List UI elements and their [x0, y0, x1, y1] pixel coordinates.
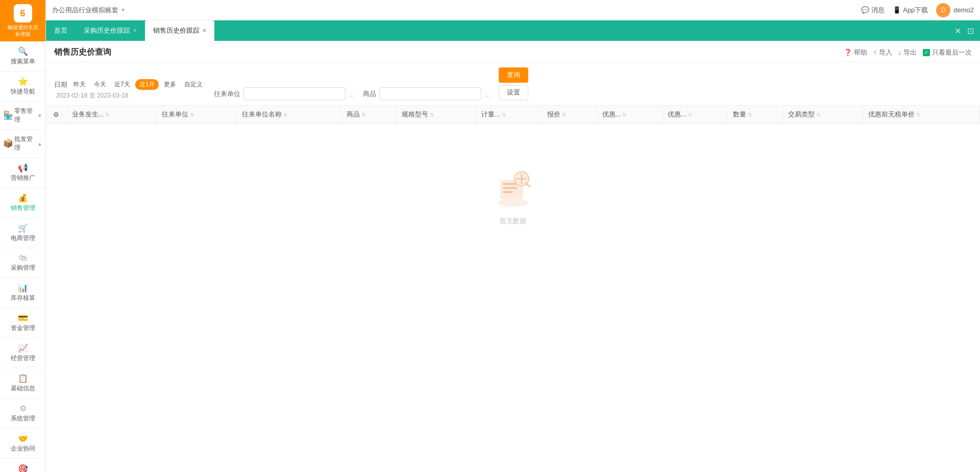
sidebar-item-label: 搜索菜单 [11, 57, 35, 66]
sidebar-item-operation[interactable]: 📈 经营管理 [0, 338, 45, 368]
sidebar-item-wholesale[interactable]: 📦 批发管理 ▲ [0, 130, 45, 158]
table-col-pretax-price[interactable]: 优惠前无税单价 ⇅ [863, 106, 979, 124]
app-logo[interactable]: 6 畅捷通好生意 标准版 [0, 0, 45, 41]
table-col-product[interactable]: 商品 ⇅ [341, 106, 396, 124]
main-area: 办公用品行业模拟账套 ▼ 💬 消息 📱 App下载 D demo2 首页 [46, 0, 980, 472]
date-tabs: 昨天 今天 近7天 近1月 更多 自定义 [70, 79, 206, 90]
date-tab-7days[interactable]: 近7天 [111, 79, 133, 90]
sidebar-item-quick-nav[interactable]: ⭐ 快捷导航 [0, 72, 45, 102]
sidebar-item-label: 采购管理 [11, 264, 35, 272]
empty-state: 暂无数据 [46, 124, 980, 267]
sidebar-item-sales-mgmt[interactable]: 💰 销售管理 [0, 188, 45, 218]
table-col-quantity[interactable]: 数量 ⇅ [728, 106, 783, 124]
top-bar-right: 💬 消息 📱 App下载 D demo2 [861, 3, 974, 17]
svg-line-8 [526, 183, 530, 187]
svg-rect-4 [503, 191, 513, 193]
tab-bar-actions: ✕ ⊡ [952, 24, 980, 38]
sidebar-item-basic-info[interactable]: 📋 基础信息 [0, 368, 45, 398]
message-button[interactable]: 💬 消息 [861, 6, 885, 15]
table-col-partner-name[interactable]: 往来单位名称 ⇅ [236, 106, 341, 124]
customer-filter-group: 往来单位 ... [214, 87, 355, 100]
content-area: 销售历史价查询 ❓ 帮助 ↑ 导入 ↓ 导出 ✓ 只看最后一次 [46, 41, 980, 472]
tab-bar: 首页 采购历史价跟踪 × 销售历史价跟踪 × ✕ ⊡ [46, 20, 980, 41]
message-icon: 💬 [861, 6, 869, 14]
customer-input[interactable] [243, 87, 346, 100]
tab-close-purchase[interactable]: × [133, 27, 137, 34]
sidebar-item-enterprise[interactable]: 🤝 企业协同 [0, 429, 45, 459]
purchase-icon: 🛍 [19, 253, 27, 263]
top-bar-left: 办公用品行业模拟账套 ▼ [52, 6, 126, 15]
export-icon: ↓ [898, 49, 902, 56]
page-header-actions: ❓ 帮助 ↑ 导入 ↓ 导出 ✓ 只看最后一次 [844, 48, 972, 57]
sidebar-item-label: 零售管理 [14, 107, 36, 124]
sidebar-item-finance[interactable]: 💳 资金管理 [0, 308, 45, 338]
page-header: 销售历史价查询 ❓ 帮助 ↑ 导入 ↓ 导出 ✓ 只看最后一次 [46, 41, 980, 62]
sidebar-item-label: 基础信息 [11, 384, 35, 393]
table-col-trade-type[interactable]: 交易类型 ⇅ [783, 106, 863, 124]
tab-purchase-history[interactable]: 采购历史价跟踪 × [76, 20, 145, 41]
sidebar-item-purchase[interactable]: 🛍 采购管理 [0, 248, 45, 278]
date-tab-yesterday[interactable]: 昨天 [70, 79, 89, 90]
table-col-partner-code[interactable]: 往来单位 ⇅ [157, 106, 237, 124]
product-label: 商品 [363, 89, 376, 99]
sort-icon: ⇅ [748, 112, 752, 117]
sidebar-item-inventory[interactable]: 📊 库存核算 [0, 278, 45, 308]
logo-text: 畅捷通好生意 标准版 [8, 24, 38, 37]
customer-dots-button[interactable]: ... [349, 90, 355, 98]
user-menu[interactable]: D demo2 [936, 3, 974, 17]
table-col-price[interactable]: 报价 ⇅ [542, 106, 597, 124]
sidebar-item-ecom[interactable]: 🛒 电商管理 [0, 218, 45, 248]
phone-icon: 📱 [893, 6, 901, 14]
table-col-gear[interactable]: ⚙ [46, 106, 66, 124]
ecom-icon: 🛒 [18, 223, 28, 233]
date-range-group: 日期 昨天 今天 近7天 近1月 更多 自定义 2023-02-18 至 202… [54, 79, 206, 100]
tab-sales-history[interactable]: 销售历史价跟踪 × [145, 20, 214, 41]
sidebar: 6 畅捷通好生意 标准版 🔍 搜索菜单 ⭐ 快捷导航 🏪 零售管理 ▼ 📦 批发… [0, 0, 46, 472]
query-actions: 查询 设置 [499, 67, 528, 100]
table-col-discount-rate[interactable]: 优惠... ⇅ [597, 106, 662, 124]
import-icon: ↑ [873, 49, 877, 56]
date-tab-today[interactable]: 今天 [91, 79, 109, 90]
user-name: demo2 [953, 6, 974, 14]
close-window-button[interactable]: ✕ [952, 24, 963, 38]
company-selector[interactable]: 办公用品行业模拟账套 ▼ [52, 6, 126, 15]
system-icon: ⚙ [19, 404, 27, 413]
sort-icon: ⇅ [816, 112, 820, 117]
sidebar-item-system[interactable]: ⚙ 系统管理 [0, 398, 45, 429]
table-col-unit[interactable]: 计量... ⇅ [476, 106, 542, 124]
sort-icon: ⇅ [190, 112, 194, 117]
sidebar-item-search[interactable]: 🔍 搜索菜单 [0, 41, 45, 72]
help-button[interactable]: ❓ 帮助 [844, 48, 867, 57]
sort-icon: ⇅ [283, 112, 287, 117]
date-tab-1month[interactable]: 近1月 [135, 79, 159, 90]
product-input[interactable] [379, 87, 481, 100]
help-icon: ❓ [844, 49, 852, 56]
settings-button[interactable]: 设置 [499, 85, 528, 100]
app-download-button[interactable]: 📱 App下载 [893, 6, 928, 15]
company-name: 办公用品行业模拟账套 [52, 6, 118, 15]
sidebar-item-label: 批发管理 [14, 135, 36, 152]
tab-home[interactable]: 首页 [46, 20, 76, 41]
date-label: 日期 [54, 80, 67, 89]
chevron-down-icon: ▼ [37, 113, 42, 119]
import-button[interactable]: ↑ 导入 [873, 48, 892, 57]
query-button[interactable]: 查询 [499, 67, 528, 83]
sidebar-item-retail[interactable]: 🏪 零售管理 ▼ [0, 102, 45, 130]
product-dots-button[interactable]: ... [484, 90, 491, 98]
table-col-spec[interactable]: 规格型号 ⇅ [396, 106, 476, 124]
data-table: ⚙ 业务发生... ⇅ 往来单位 ⇅ [46, 106, 980, 124]
date-tab-custom[interactable]: 自定义 [181, 79, 206, 90]
date-tab-more[interactable]: 更多 [161, 79, 179, 90]
wholesale-icon: 📦 [3, 138, 13, 148]
tab-close-sales[interactable]: × [203, 27, 206, 34]
sidebar-item-marketing[interactable]: 📢 营销推广 [0, 158, 45, 188]
quick-nav-icon: ⭐ [18, 77, 28, 86]
sort-icon: ⇅ [430, 112, 434, 117]
table-col-biz-date[interactable]: 业务发生... ⇅ [66, 106, 157, 124]
sort-icon: ⇅ [562, 112, 566, 117]
export-button[interactable]: ↓ 导出 [898, 48, 917, 57]
maximize-window-button[interactable]: ⊡ [965, 24, 976, 38]
table-col-discount-amt[interactable]: 优惠... ⇅ [662, 106, 727, 124]
only-latest-checkbox-label[interactable]: ✓ 只看最后一次 [923, 48, 972, 57]
sidebar-item-newbie[interactable]: 🎯 新手引导 [0, 459, 45, 472]
